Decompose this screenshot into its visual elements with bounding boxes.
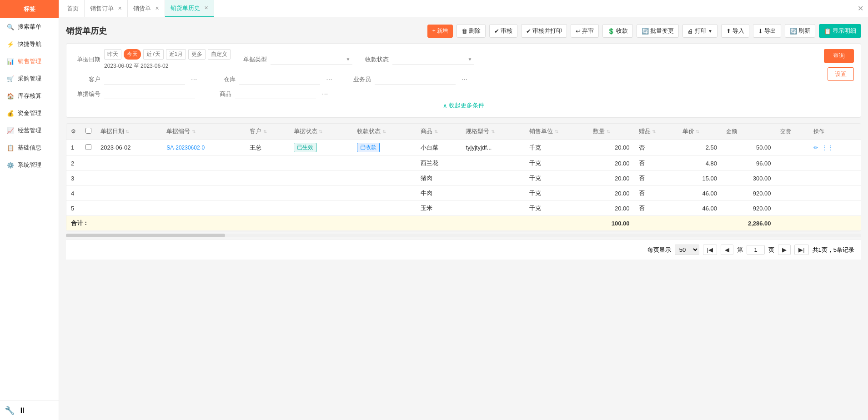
delete-button[interactable]: 🗑 删除 — [457, 24, 486, 38]
sidebar-item-quick-nav[interactable]: ⚡ 快捷导航 — [0, 35, 59, 53]
sort-docno-icon[interactable]: ⇅ — [192, 129, 196, 134]
sort-goods-icon[interactable]: ⇅ — [434, 129, 438, 134]
sidebar-item-sales-mgmt[interactable]: 📊 销售管理 — [0, 53, 59, 70]
row-spec — [461, 171, 525, 186]
settings-col[interactable]: ⚙ — [66, 124, 81, 140]
sort-customer-icon[interactable]: ⇅ — [263, 129, 267, 134]
tab-sales-delivery[interactable]: 销货单 ✕ — [128, 0, 165, 17]
collect-icon: 💲 — [607, 28, 615, 35]
page-size-select[interactable]: 50 10 20 100 — [675, 245, 699, 255]
sort-date-icon[interactable]: ⇅ — [125, 129, 129, 134]
pagination-next-btn[interactable]: ▶ — [778, 245, 791, 255]
footer-label: 合计： — [66, 216, 96, 231]
query-button[interactable]: 查询 — [824, 49, 854, 63]
warehouse-label: 仓库 — [208, 75, 236, 84]
doc-no-link[interactable]: SA-20230602-0 — [166, 145, 205, 151]
pagination-prev-btn[interactable]: ◀ — [721, 245, 733, 255]
horizontal-scrollbar[interactable] — [66, 234, 861, 237]
abandon-button[interactable]: ↩ 弃审 — [571, 24, 599, 38]
sort-spec-icon[interactable]: ⇅ — [491, 129, 495, 134]
row-docno — [162, 156, 245, 171]
audit-print-button[interactable]: ✔ 审核并打印 — [521, 24, 567, 38]
row-qty: 20.00 — [588, 186, 634, 201]
row-amount: 50.00 — [722, 140, 776, 156]
row-qty: 20.00 — [588, 140, 634, 156]
tab-close-sales-order[interactable]: ✕ — [118, 5, 122, 11]
batch-change-button[interactable]: 🔄 批量变更 — [637, 24, 679, 38]
window-close-btn[interactable]: ✕ — [853, 4, 868, 13]
collapse-btn[interactable]: ∧ 收起更多条件 — [443, 101, 484, 110]
docno-input[interactable] — [104, 89, 195, 99]
warehouse-dots-icon[interactable]: ··· — [324, 75, 334, 84]
date-btn-group: 昨天 今天 近7天 近1月 更多 自定义 — [104, 49, 231, 60]
goods-dots-icon[interactable]: ··· — [320, 90, 330, 98]
customer-input[interactable] — [104, 75, 185, 85]
right-query-area: 查询 设置 — [824, 49, 854, 81]
tab-close-sales-delivery[interactable]: ✕ — [155, 5, 159, 11]
customer-dots-icon[interactable]: ··· — [189, 75, 199, 84]
sidebar-user-icon[interactable]: 🔧 — [5, 405, 15, 415]
date-btn-yesterday[interactable]: 昨天 — [104, 49, 121, 60]
more-action-btn[interactable]: ⋮⋮ — [822, 145, 833, 151]
table-header-row: ⚙ 单据日期 ⇅ 单据编号 ⇅ 客户 ⇅ 单据状态 ⇅ 收款状态 ⇅ 商品 ⇅ … — [66, 124, 861, 140]
sidebar-logo: 标签 — [0, 0, 59, 18]
tab-sales-history[interactable]: 销货单历史 ✕ — [165, 0, 214, 17]
doc-icon: 📋 — [7, 144, 14, 151]
sort-qty-icon[interactable]: ⇅ — [607, 129, 610, 134]
warehouse-input[interactable] — [239, 75, 320, 85]
new-button[interactable]: + 新增 — [427, 25, 453, 38]
row-date — [96, 201, 162, 216]
sort-doc-status-icon[interactable]: ⇅ — [319, 129, 322, 134]
row-goods: 小白菜 — [416, 140, 461, 156]
sidebar-item-operations-mgmt[interactable]: 📈 经营管理 — [0, 122, 59, 139]
sidebar-collapse-icon[interactable]: ⏸ — [18, 406, 26, 415]
tab-home[interactable]: 首页 — [61, 0, 85, 17]
sidebar-item-basic-info[interactable]: 📋 基础信息 — [0, 139, 59, 156]
pagination-last-btn[interactable]: ▶| — [794, 245, 808, 255]
footer-action-empty — [776, 216, 861, 231]
show-detail-button[interactable]: 📋 显示明细 — [819, 24, 861, 38]
page-suffix: 页 — [768, 246, 774, 254]
tab-close-sales-history[interactable]: ✕ — [204, 5, 208, 11]
date-btn-today[interactable]: 今天 — [124, 49, 141, 60]
select-all-checkbox[interactable] — [85, 128, 91, 134]
sidebar-item-system-mgmt[interactable]: ⚙️ 系统管理 — [0, 156, 59, 174]
pagination-first-btn[interactable]: |◀ — [703, 245, 717, 255]
salesperson-input[interactable] — [375, 75, 456, 85]
row-docno: SA-20230602-0 — [162, 140, 245, 156]
date-btn-1month[interactable]: 近1月 — [166, 49, 186, 60]
goods-input[interactable] — [235, 89, 316, 99]
row-qty: 20.00 — [588, 171, 634, 186]
date-btn-7days[interactable]: 近7天 — [143, 49, 164, 60]
chart-icon: 📊 — [7, 58, 14, 65]
row-doc-status — [289, 201, 353, 216]
sidebar-item-purchase-mgmt[interactable]: 🛒 采购管理 — [0, 70, 59, 87]
salesperson-dots-icon[interactable]: ··· — [459, 75, 470, 84]
date-btn-more[interactable]: 更多 — [188, 49, 206, 60]
row-customer — [245, 186, 289, 201]
sidebar-item-search-menu[interactable]: 🔍 搜索菜单 — [0, 18, 59, 35]
print-button[interactable]: 🖨 打印 ▼ — [682, 24, 717, 38]
collect-status-select[interactable] — [392, 55, 465, 64]
filter-settings-button[interactable]: 设置 — [828, 67, 854, 81]
refresh-button[interactable]: 🔄 刷新 — [785, 24, 815, 38]
import-button[interactable]: ⬆ 导入 — [721, 24, 749, 38]
export-button[interactable]: ⬇ 导出 — [753, 24, 781, 38]
date-btn-custom[interactable]: 自定义 — [208, 49, 231, 60]
page-label: 第 — [737, 246, 743, 254]
audit-button[interactable]: ✔ 审核 — [489, 24, 517, 38]
sort-unit-price-icon[interactable]: ⇅ — [696, 129, 699, 134]
tab-sales-order[interactable]: 销售订单 ✕ — [85, 0, 128, 17]
doctype-select[interactable] — [271, 55, 343, 64]
edit-action-btn[interactable]: ✏ — [813, 145, 818, 151]
sidebar-item-finance-mgmt[interactable]: 💰 资金管理 — [0, 105, 59, 122]
sort-unit-icon[interactable]: ⇅ — [555, 129, 558, 134]
collect-button[interactable]: 💲 收款 — [602, 24, 633, 38]
page-number-input[interactable] — [747, 245, 765, 255]
sort-collect-status-icon[interactable]: ⇅ — [382, 129, 386, 134]
row-unit-price: 46.00 — [678, 186, 722, 201]
sort-gift-icon[interactable]: ⇅ — [652, 129, 656, 134]
row-select-checkbox[interactable] — [85, 144, 91, 150]
sidebar-item-inventory[interactable]: 🏠 库存核算 — [0, 87, 59, 105]
row-unit-price: 46.00 — [678, 201, 722, 216]
